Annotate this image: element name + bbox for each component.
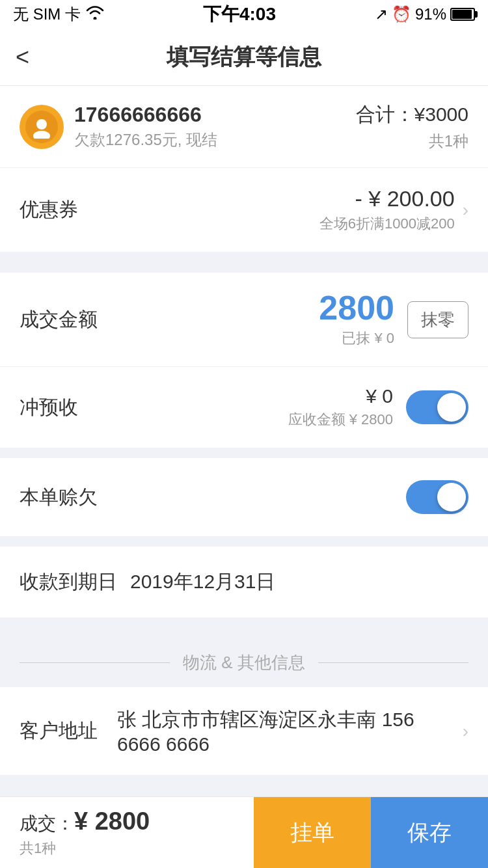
status-bar: 无 SIM 卡 下午4:03 ↗ ⏰ 91% [0,0,488,29]
back-button[interactable]: < [16,44,29,71]
debt-row: 本单赊欠 [0,458,488,536]
alarm-icon: ⏰ [392,5,411,23]
coupon-right: - ¥ 200.00 全场6折满1000减200 › [319,186,468,234]
address-row[interactable]: 客户地址 张 北京市市辖区海淀区永丰南 156 6666 6666 › [0,687,488,775]
bottom-count: 共1种 [20,839,234,858]
divider-line-right [318,662,468,663]
deal-sub: 已抹 ¥ 0 [319,329,394,348]
battery-percent: 91% [415,5,446,23]
debt-toggle-thumb [437,483,466,511]
total-amount: 合计：¥3000 [356,102,468,128]
due-date-value: 2019年12月31日 [130,569,275,595]
coupon-amount: - ¥ 200.00 [319,186,455,211]
debt-label: 本单赊欠 [20,484,98,511]
deal-right: 2800 已抹 ¥ 0 抹零 [319,291,468,348]
toggle-thumb [437,393,466,422]
location-icon: ↗ [375,5,388,23]
section-divider-label: 物流 & 其他信息 [183,651,305,674]
avatar [20,105,64,149]
section-divider: 物流 & 其他信息 [0,638,488,687]
deal-amount: 2800 [319,291,394,325]
coupon-desc: 全场6折满1000减200 [319,214,455,234]
prepaid-row: 冲预收 ¥ 0 应收金额 ¥ 2800 [0,366,488,448]
deal-amount-wrap: 2800 已抹 ¥ 0 [319,291,394,348]
avatar-inner [25,111,58,143]
customer-phone: 17666666666 [74,103,217,127]
customer-info: 17666666666 欠款1276.35元, 现结 [74,103,217,150]
svg-point-1 [33,131,50,139]
prepaid-sub: 应收金额 ¥ 2800 [288,410,393,429]
separator-3 [0,628,488,638]
address-value: 张 北京市市辖区海淀区永丰南 156 6666 6666 [117,707,450,755]
total-count: 共1种 [356,131,468,152]
address-label: 客户地址 [20,718,98,744]
due-date-label: 收款到期日 [20,569,117,595]
deal-label: 成交金额 [20,306,98,333]
status-left: 无 SIM 卡 [13,4,104,25]
content: 17666666666 欠款1276.35元, 现结 合计：¥3000 共1种 … [0,86,488,868]
carrier-text: 无 SIM 卡 [13,4,81,25]
coupon-discount: - ¥ 200.00 全场6折满1000减200 [319,186,455,234]
address-chevron-icon: › [463,721,468,742]
bottom-deal-amount: ¥ 2800 [74,807,150,835]
svg-point-0 [36,119,47,129]
page-title: 填写结算等信息 [167,42,321,72]
coupon-row[interactable]: 优惠券 - ¥ 200.00 全场6折满1000减200 › [0,167,488,252]
prepaid-right: ¥ 0 应收金额 ¥ 2800 [288,385,468,429]
customer-right: 合计：¥3000 共1种 [356,102,468,152]
customer-sub: 欠款1276.35元, 现结 [74,129,217,150]
prepaid-label: 冲预收 [20,394,78,421]
nav-bar: < 填写结算等信息 [0,29,488,86]
status-time: 下午4:03 [203,2,276,27]
round-button[interactable]: 抹零 [407,301,468,338]
bottom-summary: 成交：¥ 2800 共1种 [0,807,254,858]
customer-row: 17666666666 欠款1276.35元, 现结 合计：¥3000 共1种 [0,86,488,167]
wifi-icon [86,5,104,23]
due-date-row: 收款到期日 2019年12月31日 [0,547,488,617]
deal-section: 成交金额 2800 已抹 ¥ 0 抹零 [0,273,488,366]
deal-row: 成交金额 2800 已抹 ¥ 0 抹零 [20,291,468,348]
battery-icon [450,8,475,21]
customer-left: 17666666666 欠款1276.35元, 现结 [20,103,217,150]
status-right: ↗ ⏰ 91% [375,5,475,23]
bottom-bar: 成交：¥ 2800 共1种 挂单 保存 [0,796,488,868]
customer-card: 17666666666 欠款1276.35元, 现结 合计：¥3000 共1种 … [0,86,488,252]
bottom-deal-prefix: 成交： [20,813,74,834]
prepaid-toggle[interactable] [406,390,468,424]
debt-toggle[interactable] [406,480,468,514]
prepaid-amount-wrap: ¥ 0 应收金额 ¥ 2800 [288,385,393,429]
prepaid-amount: ¥ 0 [288,385,393,407]
chevron-right-icon: › [463,200,468,221]
separator-2 [0,448,488,458]
coupon-label: 优惠券 [20,197,78,223]
hang-button[interactable]: 挂单 [254,797,371,869]
separator-1 [0,262,488,273]
save-button[interactable]: 保存 [371,797,488,869]
bottom-deal-label: 成交：¥ 2800 [20,807,234,836]
divider-line-left [20,662,170,663]
